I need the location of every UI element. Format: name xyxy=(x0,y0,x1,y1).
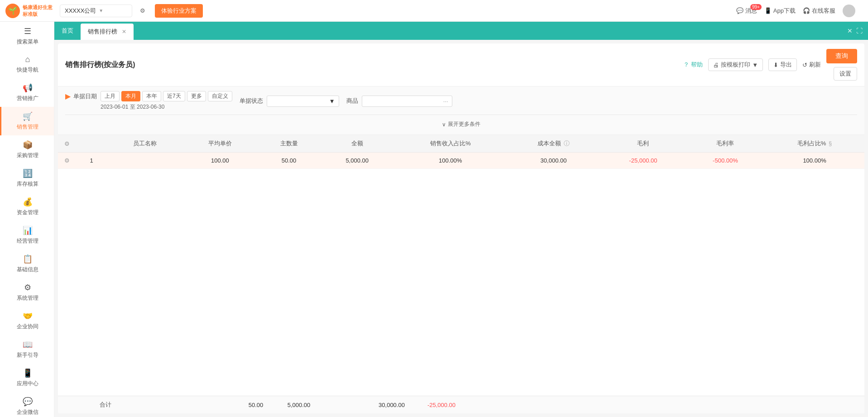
row-settings-icon[interactable]: ⚙ xyxy=(58,153,76,169)
sidebar-item-finance[interactable]: 💰 资金管理 xyxy=(0,192,54,221)
tab-home[interactable]: 首页 xyxy=(54,22,81,40)
app-icon: 📱 xyxy=(764,7,772,14)
guide-icon: 📖 xyxy=(23,340,33,350)
sidebar-item-marketing[interactable]: 📢 营销推广 xyxy=(0,78,54,107)
message-button[interactable]: 💬 消息 99+ xyxy=(736,7,757,15)
settings-button[interactable]: 设置 xyxy=(834,67,857,81)
printer-icon: 🖨 xyxy=(713,62,719,68)
sales-icon: 🛒 xyxy=(23,111,33,121)
right-actions: 查询 设置 xyxy=(826,49,857,81)
date-this-year-btn[interactable]: 本年 xyxy=(142,91,161,101)
settings-icon-btn[interactable]: ⚙ xyxy=(136,4,149,18)
date-more-btn[interactable]: 更多 xyxy=(187,91,206,101)
sidebar: ☰ 搜索菜单 ⌂ 快捷导航 📢 营销推广 🛒 销售管理 📦 采购管理 🔢 库存核… xyxy=(0,22,54,417)
status-label: 单据状态 xyxy=(240,97,263,105)
wechat-icon: 💬 xyxy=(23,397,33,407)
headset-icon: 🎧 xyxy=(803,7,810,14)
col-settings[interactable]: ⚙ xyxy=(58,135,76,153)
row-profit-pct: 100.00% xyxy=(765,153,864,169)
sidebar-item-guide[interactable]: 📖 新手引导 xyxy=(0,335,54,364)
date-range-text: 2023-06-01 至 2023-06-30 xyxy=(101,103,232,111)
expand-window-icon[interactable]: ⛶ xyxy=(856,27,863,34)
sidebar-item-search[interactable]: ☰ 搜索菜单 xyxy=(0,22,54,50)
basics-icon: 📋 xyxy=(23,254,33,264)
avatar[interactable] xyxy=(843,5,855,17)
print-button[interactable]: 🖨 按模板打印 ▼ xyxy=(708,58,763,71)
col-cost: 成本全额 ⓘ xyxy=(507,135,600,153)
col-rank xyxy=(76,135,107,153)
status-chevron-icon: ▼ xyxy=(329,98,335,105)
sidebar-item-wechat[interactable]: 💬 企业微信 xyxy=(0,392,54,417)
company-selector[interactable]: XXXXX公司 ▼ xyxy=(60,5,132,17)
app-download-button[interactable]: 📱 App下载 xyxy=(764,7,796,15)
date-last-month-btn[interactable]: 上月 xyxy=(101,91,120,101)
sidebar-item-sales[interactable]: 🛒 销售管理 xyxy=(0,107,54,135)
table-row: ⚙ 1 100.00 50.00 5,000.00 100.00% 30,000… xyxy=(58,153,864,169)
logo-icon: 🌱 xyxy=(5,4,20,18)
online-service-button[interactable]: 🎧 在线客服 xyxy=(803,7,835,15)
sidebar-label-finance: 资金管理 xyxy=(17,209,38,216)
col-main-qty: 主数量 xyxy=(258,135,320,153)
chevron-down-icon: ▼ xyxy=(99,8,103,13)
expand-more-button[interactable]: ∨ 展开更多条件 xyxy=(65,119,857,130)
sidebar-item-inventory[interactable]: 🔢 库存核算 xyxy=(0,164,54,192)
table-container: ⚙ 员工名称 平均单价 主数量 全额 销售收入占比% 成本全额 ⓘ 毛利 xyxy=(58,135,864,396)
sidebar-item-basics[interactable]: 📋 基础信息 xyxy=(0,249,54,278)
goods-input[interactable]: ··· xyxy=(362,96,452,107)
row-profit: -25,000.00 xyxy=(600,153,686,169)
col-sales-pct: 销售收入占比% xyxy=(394,135,507,153)
export-button[interactable]: ⬇ 导出 xyxy=(768,58,797,71)
row-cost: 30,000.00 xyxy=(507,153,600,169)
page-title: 销售排行榜(按业务员) xyxy=(65,60,683,70)
operations-icon: 📊 xyxy=(23,225,33,235)
status-select[interactable]: ▼ xyxy=(267,96,339,107)
search-icon: ☰ xyxy=(24,26,31,36)
refresh-icon: ↺ xyxy=(802,62,807,68)
top-right: 💬 消息 99+ 📱 App下载 🎧 在线客服 xyxy=(736,5,863,17)
home-tab-label: 首页 xyxy=(62,27,73,35)
date-custom-btn[interactable]: 自定义 xyxy=(208,91,232,101)
col-amount: 全额 xyxy=(320,135,394,153)
message-icon: 💬 xyxy=(736,7,743,14)
sidebar-item-collab[interactable]: 🤝 企业协同 xyxy=(0,307,54,335)
try-industry-button[interactable]: 体验行业方案 xyxy=(155,4,203,18)
sidebar-label-apps: 应用中心 xyxy=(17,380,38,388)
footer-main-qty: 50.00 xyxy=(235,402,276,408)
company-name: XXXXX公司 xyxy=(65,7,96,15)
row-avg-price: 100.00 xyxy=(182,153,258,169)
sidebar-label-purchase: 采购管理 xyxy=(17,152,38,159)
sales-ranking-tab-label: 销售排行榜 xyxy=(88,28,117,36)
query-button[interactable]: 查询 xyxy=(826,49,857,63)
col-profit-pct: 毛利占比% § xyxy=(765,135,864,153)
chevron-down-icon: ∨ xyxy=(442,121,446,128)
refresh-button[interactable]: ↺ 刷新 xyxy=(802,61,821,69)
purchase-icon: 📦 xyxy=(23,140,33,150)
row-sales-pct: 100.00% xyxy=(394,153,507,169)
sidebar-item-quicknav[interactable]: ⌂ 快捷导航 xyxy=(0,50,54,78)
home-icon: ⌂ xyxy=(25,55,30,64)
sidebar-item-purchase[interactable]: 📦 采购管理 xyxy=(0,135,54,164)
filter-arrow-icon[interactable]: ▶ xyxy=(65,92,71,101)
help-button[interactable]: ？ 帮助 xyxy=(683,61,703,69)
sidebar-label-marketing: 营销推广 xyxy=(17,95,38,102)
goods-dots-icon[interactable]: ··· xyxy=(443,98,448,105)
close-window-icon[interactable]: ✕ xyxy=(847,27,853,34)
export-icon: ⬇ xyxy=(773,62,778,68)
footer-profit: -25,000.00 xyxy=(417,402,466,408)
footer-cost: 30,000.00 xyxy=(367,402,417,408)
date-7days-btn[interactable]: 近7天 xyxy=(163,91,185,101)
sidebar-item-system[interactable]: ⚙ 系统管理 xyxy=(0,278,54,307)
col-avg-price: 平均单价 xyxy=(182,135,258,153)
cost-info-icon: ⓘ xyxy=(564,140,570,147)
tab-close-icon[interactable]: ✕ xyxy=(122,29,126,35)
logo-area: 🌱 畅康通好生意 标准版 xyxy=(5,4,60,18)
row-rank: 1 xyxy=(76,153,107,169)
sidebar-label-search: 搜索菜单 xyxy=(17,38,38,46)
sidebar-item-apps[interactable]: 📱 应用中心 xyxy=(0,364,54,392)
sidebar-item-operations[interactable]: 📊 经营管理 xyxy=(0,221,54,249)
tab-sales-ranking[interactable]: 销售排行榜 ✕ xyxy=(81,24,134,40)
footer-amount: 5,000.00 xyxy=(276,402,321,408)
date-this-month-btn[interactable]: 本月 xyxy=(121,91,140,101)
marketing-icon: 📢 xyxy=(23,83,33,93)
apps-icon: 📱 xyxy=(23,368,33,378)
